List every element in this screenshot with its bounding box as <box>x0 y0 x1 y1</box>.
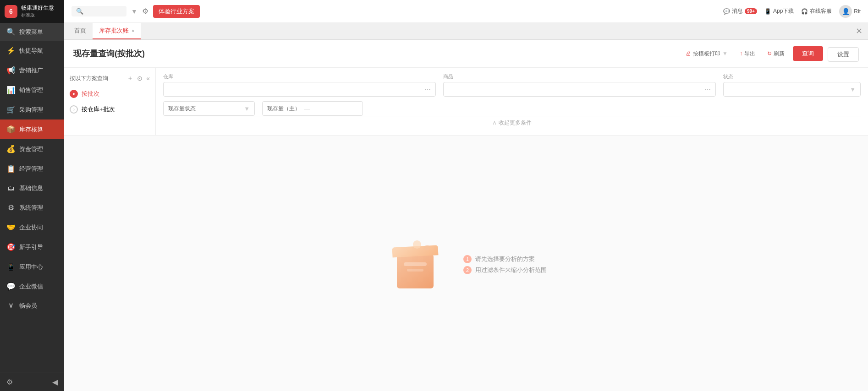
messages-badge: 99+ <box>745 8 757 14</box>
filter-row-1: 仓库 ··· 商品 ··· 状态 <box>163 73 861 97</box>
main-content: 🔍 ▼ ⚙ 体验行业方案 💬 消息 99+ 📱 App下载 🎧 在线客服 👤 R… <box>64 0 868 391</box>
sidebar-item-enterprise[interactable]: 🤝 企业协同 <box>0 217 64 237</box>
collapse-conditions-btn[interactable]: ∧ 收起更多条件 <box>163 116 861 130</box>
sidebar-item-member[interactable]: V 畅会员 <box>0 296 64 315</box>
sidebar-item-app-center[interactable]: 📱 应用中心 <box>0 257 64 277</box>
warehouse-input[interactable]: ··· <box>163 82 436 97</box>
status-select[interactable]: ▼ <box>723 82 861 97</box>
close-all-tabs[interactable]: ✕ <box>850 26 868 36</box>
empty-box-body <box>397 254 434 288</box>
empty-steps: 1 请先选择要分析的方案 2 用过滤条件来缩小分析范围 <box>463 255 547 277</box>
sidebar-item-basics[interactable]: 🗂 基础信息 <box>0 179 64 198</box>
sales-icon: 📊 <box>6 86 16 94</box>
sidebar-item-finance[interactable]: 💰 资金管理 <box>0 139 64 159</box>
scheme-item-by-batch[interactable]: ● 按批次 <box>64 86 155 102</box>
search-icon: 🔍 <box>6 27 16 36</box>
topbar-gear-icon[interactable]: ⚙ <box>142 7 148 16</box>
empty-illustration <box>385 238 445 288</box>
sidebar-item-inventory[interactable]: 📦 库存核算 <box>0 119 64 139</box>
collapse-sidebar-icon[interactable]: ◀ <box>52 378 58 386</box>
enterprise-icon: 🤝 <box>6 223 16 232</box>
current-qty-field: 现存量（主） — <box>262 101 363 116</box>
goods-input[interactable]: ··· <box>443 82 716 97</box>
online-service-action[interactable]: 🎧 在线客服 <box>801 7 832 15</box>
export-icon: ↑ <box>740 50 742 57</box>
topbar-dropdown-icon[interactable]: ▼ <box>131 8 137 15</box>
empty-step-2: 2 用过滤条件来缩小分析范围 <box>463 266 547 274</box>
range-separator: — <box>304 105 310 112</box>
refresh-btn[interactable]: ↻ 刷新 <box>764 48 788 60</box>
inventory-status-select[interactable]: 现存量状态 ▼ <box>163 101 255 116</box>
sidebar-item-enterprise-wx[interactable]: 💬 企业微信 <box>0 277 64 296</box>
topbar-right: 💬 消息 99+ 📱 App下载 🎧 在线客服 👤 Rit <box>723 5 861 18</box>
sidebar-item-operations[interactable]: 📋 经营管理 <box>0 159 64 179</box>
page-header: 现存量查询(按批次) 🖨 按模板打印 ▼ ↑ 导出 ↻ 刷新 查询 设置 <box>64 40 868 68</box>
sidebar-item-search[interactable]: 🔍 搜索菜单 <box>0 23 64 41</box>
empty-state: 1 请先选择要分析的方案 2 用过滤条件来缩小分析范围 <box>64 136 868 391</box>
goods-dots-icon[interactable]: ··· <box>705 85 711 93</box>
sidebar-item-newbie[interactable]: 🎯 新手引导 <box>0 237 64 257</box>
add-scheme-icon[interactable]: ＋ <box>127 74 133 82</box>
quick-nav-icon: ⚡ <box>6 46 16 55</box>
app-download-action[interactable]: 📱 App下载 <box>764 7 794 15</box>
warehouse-dots-icon[interactable]: ··· <box>425 85 431 93</box>
page-actions: 🖨 按模板打印 ▼ ↑ 导出 ↻ 刷新 查询 设置 <box>682 45 859 62</box>
purchase-icon: 🛒 <box>6 105 16 114</box>
basics-icon: 🗂 <box>6 184 16 192</box>
sidebar-item-purchase[interactable]: 🛒 采购管理 <box>0 100 64 119</box>
status-arrow-icon: ▼ <box>850 86 856 93</box>
step-2-num: 2 <box>463 266 472 274</box>
goods-filter: 商品 ··· <box>443 73 716 97</box>
user-profile[interactable]: 👤 Rit <box>839 5 861 18</box>
step-1-num: 1 <box>463 255 472 263</box>
tab-close-icon[interactable]: × <box>132 28 134 33</box>
messages-action[interactable]: 💬 消息 99+ <box>723 7 757 15</box>
experience-btn[interactable]: 体验行业方案 <box>153 5 200 18</box>
topbar-search-box[interactable]: 🔍 <box>71 6 126 16</box>
refresh-icon: ↻ <box>767 50 772 57</box>
query-button-top[interactable]: 查询 <box>793 46 823 61</box>
filter-panel: 按以下方案查询 ＋ ⊙ « ● 按批次 ○ 按仓库+批次 <box>64 68 868 136</box>
collapse-scheme-icon[interactable]: « <box>146 75 150 82</box>
message-icon: 💬 <box>723 8 730 15</box>
settings-icon[interactable]: ⚙ <box>6 378 13 386</box>
topbar-search-icon: 🔍 <box>76 8 83 15</box>
app-center-icon: 📱 <box>6 262 16 271</box>
settings-scheme-icon[interactable]: ⊙ <box>137 75 143 82</box>
filter-row-2: 现存量状态 ▼ 现存量（主） — <box>163 101 861 116</box>
current-qty-label: 现存量（主） <box>267 105 300 113</box>
sidebar-item-marketing[interactable]: 📢 营销推广 <box>0 60 64 80</box>
scheme-panel: 按以下方案查询 ＋ ⊙ « ● 按批次 ○ 按仓库+批次 <box>64 68 156 135</box>
scheme-header: 按以下方案查询 ＋ ⊙ « <box>64 72 155 86</box>
sidebar-subtitle: 标准版 <box>21 12 54 18</box>
operations-icon: 📋 <box>6 164 16 173</box>
enterprise-wx-icon: 💬 <box>6 282 16 291</box>
tab-home[interactable]: 首页 <box>68 23 93 39</box>
tab-inventory-batch[interactable]: 库存批次账 × <box>93 23 141 39</box>
page-content: 现存量查询(按批次) 🖨 按模板打印 ▼ ↑ 导出 ↻ 刷新 查询 设置 <box>64 40 868 391</box>
sidebar-item-system[interactable]: ⚙ 系统管理 <box>0 198 64 217</box>
settings-button[interactable]: 设置 <box>828 47 859 62</box>
scheme-item-by-warehouse-batch[interactable]: ○ 按仓库+批次 <box>64 102 155 117</box>
export-btn[interactable]: ↑ 导出 <box>736 48 759 60</box>
sidebar-header: 6 畅康通好生意 标准版 <box>0 0 64 23</box>
page-title: 现存量查询(按批次) <box>73 48 145 59</box>
print-icon: 🖨 <box>686 50 691 57</box>
sidebar-item-sales[interactable]: 📊 销售管理 <box>0 80 64 100</box>
chevron-up-icon: ∧ <box>492 119 497 126</box>
sidebar-title: 畅康通好生意 <box>21 5 54 12</box>
sidebar-bottom: ⚙ ◀ <box>0 373 64 391</box>
finance-icon: 💰 <box>6 145 16 153</box>
print-btn[interactable]: 🖨 按模板打印 ▼ <box>682 48 731 60</box>
scheme-dot-outline: ○ <box>70 105 78 114</box>
print-dropdown-icon: ▼ <box>722 50 728 57</box>
sidebar-nav: 🔍 搜索菜单 ⚡ 快捷导航 📢 营销推广 📊 销售管理 🛒 采购管理 📦 库存核… <box>0 23 64 373</box>
inventory-icon: 📦 <box>6 125 16 134</box>
system-icon: ⚙ <box>6 203 16 212</box>
warehouse-filter: 仓库 ··· <box>163 73 436 97</box>
sidebar-item-quick-nav[interactable]: ⚡ 快捷导航 <box>0 41 64 60</box>
phone-icon: 📱 <box>764 8 771 15</box>
marketing-icon: 📢 <box>6 66 16 75</box>
tabs-bar: 首页 库存批次账 × ✕ <box>64 23 868 40</box>
topbar-search-input[interactable] <box>86 8 123 15</box>
